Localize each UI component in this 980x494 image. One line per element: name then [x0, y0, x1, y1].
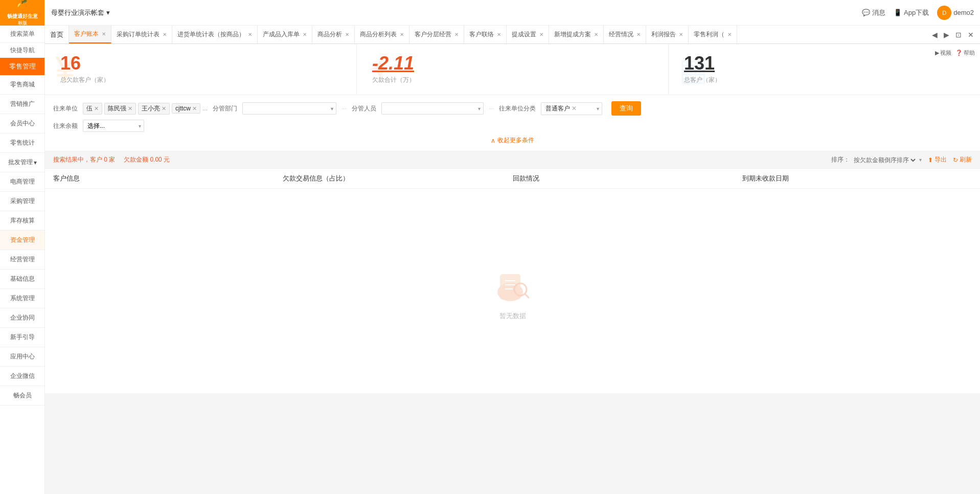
filter-more-tags[interactable]: ... — [202, 105, 208, 112]
tab-close-icon[interactable]: ✕ — [539, 32, 543, 37]
filter-remaining-select[interactable]: 选择... — [83, 120, 144, 132]
chevron-up-icon: ∧ — [491, 137, 495, 144]
sidebar-item-operations-mgmt[interactable]: 经营管理 — [0, 250, 44, 270]
tab-expand-icon[interactable]: ⊡ — [953, 30, 964, 40]
sidebar-quick-nav[interactable]: 快捷导航 — [0, 43, 44, 58]
tab-retail-profit-label: 零售利润（ — [694, 30, 724, 39]
ordinary-tag-close[interactable]: ✕ — [572, 105, 577, 112]
refresh-button[interactable]: ↻ 刷新 — [953, 155, 972, 164]
sidebar-item-purchase-mgmt[interactable]: 采购管理 — [0, 192, 44, 211]
sidebar-item-app-center[interactable]: 应用中心 — [0, 347, 44, 367]
export-button[interactable]: ⬆ 导出 — [928, 155, 947, 164]
tab-customer-tier[interactable]: 客户分层经营 ✕ — [409, 26, 464, 43]
filter-unit-tags: 伍 ✕ 陈民强 ✕ 王小亮 ✕ cjttcw ✕ — [83, 103, 208, 115]
tab-close-icon[interactable]: ✕ — [163, 32, 167, 37]
sidebar-section-retail[interactable]: 零售管理 — [0, 58, 44, 75]
tab-raise-settings[interactable]: 提成设置 ✕ — [507, 26, 549, 43]
tab-inbound-stat[interactable]: 进货单统计表（按商品） ✕ — [172, 26, 258, 43]
sidebar-item-finance-mgmt[interactable]: 资金管理 — [0, 231, 44, 250]
filter-dept-input[interactable] — [242, 102, 336, 115]
filter-tag-cjttcw-close[interactable]: ✕ — [192, 105, 197, 112]
sidebar-search[interactable]: 搜索菜单 — [0, 26, 44, 43]
sidebar-item-retail-stats[interactable]: 零售统计 — [0, 133, 44, 153]
tab-close-icon[interactable]: ✕ — [102, 31, 106, 37]
tab-close-icon[interactable]: ✕ — [345, 32, 349, 37]
sidebar-item-marketing[interactable]: 营销推广 — [0, 95, 44, 114]
filter-row-1: 往来单位 伍 ✕ 陈民强 ✕ 王小亮 ✕ — [53, 101, 972, 116]
tab-home[interactable]: 首页 — [45, 26, 69, 43]
tab-new-plan-label: 新增提成方案 — [554, 30, 591, 39]
account-selector[interactable]: 母婴行业演示帐套 ▾ — [51, 8, 110, 17]
message-button[interactable]: 💬 消息 — [862, 8, 885, 17]
app-download-label: App下载 — [904, 8, 929, 17]
sidebar-item-inventory[interactable]: 库存核算 — [0, 211, 44, 231]
tab-close-icon[interactable]: ✕ — [400, 32, 404, 37]
query-button[interactable]: 查询 — [611, 101, 641, 116]
filter-tag-wang-close[interactable]: ✕ — [162, 105, 166, 112]
filter-person-input[interactable] — [381, 102, 484, 115]
tab-operations[interactable]: 经营情况 ✕ — [604, 26, 646, 43]
table-header-duedate: 到期未收款日期 — [742, 174, 972, 183]
sidebar-item-ecommerce-mgmt[interactable]: 电商管理 — [0, 172, 44, 192]
logo-sub: 标版 — [18, 20, 27, 27]
sidebar-item-enterprise-wechat[interactable]: 企业微信 — [0, 367, 44, 386]
filter-area: 往来单位 伍 ✕ 陈民强 ✕ 王小亮 ✕ — [45, 95, 980, 151]
user-profile[interactable]: D demo2 — [937, 6, 974, 20]
sidebar-item-new-guide[interactable]: 新手引导 — [0, 328, 44, 347]
content-area: ¥ 16 总欠款客户（家） ✦ -2.11 欠款合计（万） ▦ 131 总客户（… — [45, 44, 980, 494]
message-label: 消息 — [872, 8, 885, 17]
tab-close-all-icon[interactable]: ✕ — [966, 30, 976, 40]
tab-profit-report[interactable]: 利润报告 ✕ — [646, 26, 689, 43]
tab-close-icon[interactable]: ✕ — [248, 32, 252, 37]
sidebar-item-member-center[interactable]: 会员中心 — [0, 114, 44, 133]
filter-tag-chen-label: 陈民强 — [108, 104, 126, 113]
tab-nav-left-icon[interactable]: ◀ — [930, 30, 940, 40]
stat-links: ▶ 视频 ❓ 帮助 — [935, 49, 975, 57]
sidebar-item-basic-info[interactable]: 基础信息 — [0, 270, 44, 289]
sidebar-item-vip-member[interactable]: 畅会员 — [0, 386, 44, 406]
collapse-button[interactable]: ∧ 收起更多条件 — [53, 136, 972, 145]
filter-dots-person[interactable]: ··· — [489, 105, 494, 112]
tab-retail-profit[interactable]: 零售利润（ ✕ — [689, 26, 737, 43]
tab-purchase-order[interactable]: 采购订单统计表 ✕ — [111, 26, 172, 43]
tab-accounts[interactable]: 客户账本 ✕ — [69, 26, 111, 43]
tab-new-plan[interactable]: 新增提成方案 ✕ — [549, 26, 604, 43]
sidebar: 🍊 畅捷通好生意 标版 搜索菜单 快捷导航 零售管理 零售商城 营销推广 会员中… — [0, 0, 45, 494]
stat-number-overdue-amount: -2.11 — [372, 54, 414, 73]
tab-close-icon[interactable]: ✕ — [727, 32, 732, 37]
sidebar-item-system-mgmt[interactable]: 系统管理 — [0, 289, 44, 308]
tab-close-icon[interactable]: ✕ — [454, 32, 459, 37]
filter-unit-class-wrapper: 普通客户 ✕ ▾ — [541, 102, 602, 115]
chevron-down-icon: ▾ — [106, 9, 110, 16]
tab-close-icon[interactable]: ✕ — [679, 32, 683, 37]
tab-nav-right-icon[interactable]: ▶ — [942, 30, 951, 40]
chevron-down-icon: ▾ — [34, 159, 37, 166]
filter-tag-wang: 王小亮 ✕ — [138, 103, 170, 115]
filter-tag-wu-close[interactable]: ✕ — [94, 105, 99, 112]
tab-product-analysis-list[interactable]: 商品分析列表 ✕ — [355, 26, 409, 43]
sidebar-item-enterprise-coop[interactable]: 企业协同 — [0, 308, 44, 328]
tab-close-icon[interactable]: ✕ — [636, 32, 641, 37]
tab-close-icon[interactable]: ✕ — [303, 32, 307, 37]
tab-close-icon[interactable]: ✕ — [594, 32, 598, 37]
tab-customer-contact[interactable]: 客户联络 ✕ — [464, 26, 507, 43]
table-body: 暂无数据 — [45, 189, 980, 393]
tabbar: 首页 客户账本 ✕ 采购订单统计表 ✕ 进货单统计表（按商品） ✕ 产成品入库单… — [45, 26, 980, 44]
sort-select[interactable]: 按欠款金额倒序排序 — [852, 156, 917, 164]
results-info: 搜索结果中，客户 0 家 欠款金额 0.00 元 — [53, 155, 170, 164]
app-download-button[interactable]: 📱 App下载 — [894, 8, 929, 17]
filter-dots-dept[interactable]: ··· — [341, 105, 347, 112]
tab-product-analysis[interactable]: 商品分析 ✕ — [312, 26, 355, 43]
amount-prefix: 欠款金额 — [124, 156, 148, 163]
tab-profit-report-label: 利润报告 — [651, 30, 676, 39]
help-link[interactable]: ❓ 帮助 — [955, 49, 975, 57]
topbar: 母婴行业演示帐套 ▾ 💬 消息 📱 App下载 D demo2 — [45, 0, 980, 26]
tab-prod-inbound[interactable]: 产成品入库单 ✕ — [258, 26, 312, 43]
filter-tag-chen-close[interactable]: ✕ — [128, 105, 132, 112]
sidebar-item-wholesale-mgmt[interactable]: 批发管理 ▾ — [0, 153, 44, 172]
video-link[interactable]: ▶ 视频 — [935, 49, 951, 57]
sidebar-item-retail-mall[interactable]: 零售商城 — [0, 75, 44, 95]
tab-close-icon[interactable]: ✕ — [497, 32, 501, 37]
customer-unit: 家 — [109, 156, 115, 163]
filter-unit-class-field[interactable]: 普通客户 ✕ — [541, 102, 602, 115]
